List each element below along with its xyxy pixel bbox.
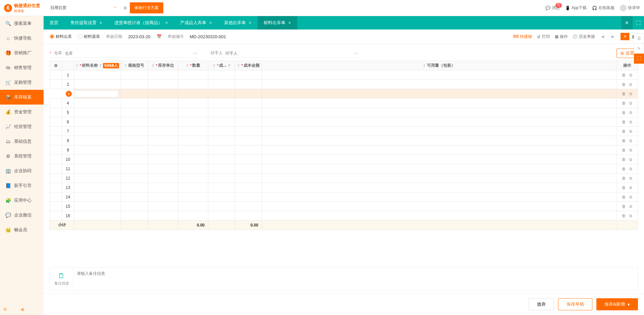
copy-icon[interactable]: ⧉ [629,110,632,115]
tab-5[interactable]: 材料出库单✕ [258,16,297,29]
delete-icon[interactable]: 🗑 [622,91,626,96]
table-row[interactable]: 2🗑⧉ [50,80,638,89]
handler-input[interactable] [225,51,358,56]
tab-close-icon[interactable]: ✕ [165,21,168,25]
sidebar-item-0[interactable]: 🔍搜索菜单 [0,16,44,31]
tab-close-icon[interactable]: ✕ [249,21,252,25]
collapse-icon[interactable]: ◀ [20,307,23,312]
copy-icon[interactable]: ⧉ [629,157,632,162]
handler-field[interactable]: 经手人 ⋯ [211,49,358,58]
table-row[interactable]: 13🗑⧉ [50,183,638,192]
gear-icon[interactable]: ⚙ [123,6,127,10]
th-unit[interactable]: 库存单位 [158,63,174,68]
material-input[interactable] [74,90,118,98]
sidebar-item-8[interactable]: 🗂基础信息 [0,134,44,149]
history-link[interactable]: 🕘历史单据 [573,34,595,40]
trial-button[interactable]: 体验行业方案 [130,2,163,13]
copy-icon[interactable]: ⧉ [629,138,632,143]
gear-column[interactable]: ⚙ [50,61,62,70]
table-row[interactable]: 12🗑⧉ [50,174,638,183]
category-select[interactable]: 日用百货 ﹀ [47,4,121,12]
table-row[interactable]: 5🗑⧉ [50,108,638,117]
tab-1[interactable]: 售价提取设置✕ [64,16,108,29]
copy-icon[interactable]: ⧉ [629,176,632,181]
copy-icon[interactable]: ⧉ [629,148,632,152]
warehouse-input[interactable] [65,51,197,56]
delete-icon[interactable]: 🗑 [622,157,626,162]
table-row[interactable]: 1🗑⧉ [50,70,638,80]
view-list[interactable]: ≡ [621,33,629,40]
rail-btn-3[interactable]: ⛶ [634,54,644,64]
tab-4[interactable]: 其他出库单✕ [218,16,258,29]
sidebar-item-11[interactable]: 📘新手引导 [0,178,44,193]
radio-material-return[interactable]: 材料退库 [78,34,100,40]
sort-icon[interactable]: ▲▼ [76,64,78,68]
tab-0[interactable]: 首页 [44,16,64,29]
hotkey-link[interactable]: ⌨快捷键 [513,34,532,40]
rail-btn-1[interactable]: ☰ [634,34,644,44]
help-icon[interactable]: ? [99,64,102,68]
sidebar-item-13[interactable]: 💬企业微信 [0,208,44,223]
sort-icon[interactable]: ▲▼ [186,64,189,68]
delete-icon[interactable]: 🗑 [622,195,626,199]
calendar-icon[interactable]: 📅 [157,34,162,39]
th-cost[interactable]: 成... [219,63,226,68]
remark-input[interactable] [73,267,638,290]
copy-icon[interactable]: ⧉ [629,167,632,171]
scan-tag[interactable]: 扫码录入 [103,63,119,68]
table-row[interactable]: 16🗑⧉ [50,211,638,220]
delete-icon[interactable]: 🗑 [622,120,626,124]
table-row[interactable]: +🗑⧉ [50,89,638,99]
copy-icon[interactable]: ⧉ [629,73,632,77]
delete-icon[interactable]: 🗑 [622,204,626,209]
sort-icon[interactable]: ▲▼ [423,64,426,68]
copy-icon[interactable]: ⧉ [629,120,632,124]
th-spec[interactable]: 规格型号 [128,63,144,68]
date-value[interactable]: 2023-03-20 [128,34,151,39]
sort-icon[interactable]: ▲▼ [237,64,240,68]
sidebar-item-3[interactable]: 🛍销售管理 [0,60,44,75]
rail-btn-2[interactable]: ✎ [634,44,644,54]
tab-3[interactable]: 产成品入库单✕ [174,16,218,29]
copy-icon[interactable]: ⧉ [629,82,632,87]
sidebar-item-6[interactable]: 💰资金管理 [0,105,44,119]
delete-icon[interactable]: 🗑 [622,110,626,115]
delete-icon[interactable]: 🗑 [622,148,626,152]
sort-icon[interactable]: ▲▼ [152,64,154,68]
next-doc[interactable]: ▶ [610,34,616,39]
table-row[interactable]: 14🗑⧉ [50,192,638,202]
sidebar-item-7[interactable]: 📈经营管理 [0,119,44,134]
warehouse-lookup-icon[interactable]: ⋯ [193,51,197,56]
sidebar-item-1[interactable]: ⌂快捷导航 [0,31,44,46]
table-row[interactable]: 8🗑⧉ [50,136,638,145]
user-menu[interactable]: 徐泽华 [620,5,640,11]
tab-close-icon[interactable]: ✕ [99,21,102,25]
add-row-button[interactable]: + [66,91,72,97]
warehouse-field[interactable]: *仓库 ⋯ [50,49,197,58]
operate-link[interactable]: ▦操作 [555,34,568,40]
service-link[interactable]: 🎧 在线客服 [592,5,614,11]
delete-icon[interactable]: 🗑 [622,167,626,171]
delete-icon[interactable]: 🗑 [622,101,626,106]
print-link[interactable]: 🖨打印 [537,34,550,40]
tab-close-icon[interactable]: ✕ [209,21,212,25]
th-qty[interactable]: 数量 [192,63,200,68]
help-icon[interactable]: ? [228,64,230,68]
delete-icon[interactable]: 🗑 [622,213,626,218]
copy-icon[interactable]: ⧉ [629,204,632,209]
sidebar-item-5[interactable]: 📦库存核算 [0,90,44,105]
table-row[interactable]: 9🗑⧉ [50,145,638,155]
table-row[interactable]: 4🗑⧉ [50,99,638,108]
table-row[interactable]: 7🗑⧉ [50,127,638,136]
copy-icon[interactable]: ⧉ [629,91,632,96]
table-row[interactable]: 6🗑⧉ [50,117,638,127]
delete-icon[interactable]: 🗑 [622,82,626,87]
copy-icon[interactable]: ⧉ [629,129,632,134]
th-material[interactable]: 材料名称 [82,63,98,68]
radio-material-out[interactable]: 材料出库 [50,34,72,40]
app-download-link[interactable]: 📱 App下载 [565,5,587,11]
delete-icon[interactable]: 🗑 [622,138,626,143]
th-amount[interactable]: 成本金额 [244,63,260,68]
prev-doc[interactable]: ◀ [600,34,605,39]
sidebar-item-12[interactable]: 🧩应用中心 [0,193,44,208]
